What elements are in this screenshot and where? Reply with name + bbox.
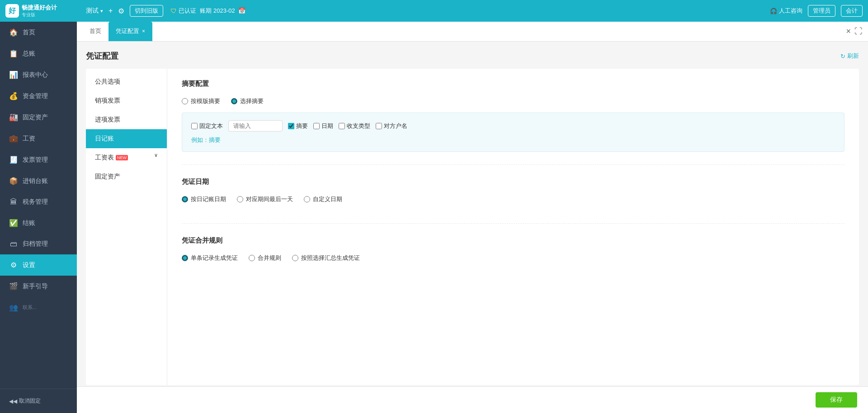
counterparty-checkbox[interactable] — [376, 123, 382, 129]
radio-single-record-input[interactable] — [182, 255, 188, 261]
voucher-merge-radio-group: 单条记录生成凭证 合并规则 按照选择汇总生成凭证 — [182, 254, 844, 262]
tab-close-icon[interactable]: × — [142, 28, 145, 34]
sidebar-item-tax[interactable]: 🏛 税务管理 — [0, 192, 77, 212]
radio-last-day-input[interactable] — [237, 196, 243, 202]
archive-icon: 🗃 — [9, 240, 18, 248]
fixed-text-checkbox-label[interactable]: 固定文本 — [191, 122, 223, 130]
radio-custom-date[interactable]: 自定义日期 — [304, 195, 342, 203]
radio-merge-rule-input[interactable] — [249, 255, 255, 261]
abstract-checkbox[interactable] — [288, 123, 294, 129]
pin-icon: ◀◀ — [9, 398, 17, 404]
salary-icon: 💼 — [9, 134, 18, 143]
contact-icon: 👥 — [9, 303, 18, 312]
radio-merge-rule[interactable]: 合并规则 — [249, 254, 281, 262]
radio-template-summary[interactable]: 按模版摘要 — [182, 97, 220, 105]
role-button[interactable]: 会计 — [841, 5, 863, 17]
add-icon[interactable]: + — [108, 7, 113, 15]
summary-sub-config: 固定文本 摘要 日期 — [182, 113, 844, 152]
date-checkbox[interactable] — [313, 123, 320, 129]
radio-template-input[interactable] — [182, 98, 188, 104]
sidebar-item-home[interactable]: 🏠 首页 — [0, 22, 77, 43]
radio-custom-date-input[interactable] — [304, 196, 310, 202]
refresh-button[interactable]: ↻ 刷新 — [840, 52, 859, 60]
radio-select-input[interactable] — [231, 98, 237, 104]
radio-by-journal-date[interactable]: 按日记账日期 — [182, 195, 226, 203]
section-voucher-merge-title: 凭证合并规则 — [182, 236, 844, 245]
radio-select-summary-voucher[interactable]: 按照选择汇总生成凭证 — [292, 254, 360, 262]
logo-text: 畅捷通好会计 专业版 — [22, 4, 57, 18]
expand-icon: ∨ — [154, 152, 158, 158]
fixed-text-input[interactable] — [228, 120, 283, 131]
sidebar-item-report[interactable]: 📊 报表中心 — [0, 64, 77, 85]
content-area: 首页 凭证配置 × × ⛶ 凭证配置 ↻ 刷新 — [77, 22, 868, 413]
sidebar-item-guide[interactable]: 🎬 新手引导 — [0, 276, 77, 297]
left-nav-item-salary-table[interactable]: 工资表NEW ∨ — [86, 148, 167, 167]
sidebar-item-purchase-sales[interactable]: 📦 进销台账 — [0, 170, 77, 192]
purchase-sales-icon: 📦 — [9, 177, 18, 185]
support-button[interactable]: 🎧 人工咨询 — [770, 7, 802, 15]
topbar: 好 畅捷通好会计 专业版 测试 ▾ + ⚙ 切到旧版 🛡 已认证 账期 2023… — [0, 0, 868, 22]
main-layout: 🏠 首页 📋 总账 📊 报表中心 💰 资金管理 🏭 固定资产 💼 工资 🧾 发票… — [0, 22, 868, 413]
admin-button[interactable]: 管理员 — [808, 5, 835, 17]
radio-single-record[interactable]: 单条记录生成凭证 — [182, 254, 238, 262]
date-checkbox-label[interactable]: 日期 — [313, 122, 333, 130]
sidebar-item-fixed-assets[interactable]: 🏭 固定资产 — [0, 107, 77, 128]
radio-last-day[interactable]: 对应期间最后一天 — [237, 195, 293, 203]
tabbar: 首页 凭证配置 × × ⛶ — [77, 22, 868, 42]
sidebar-item-ledger[interactable]: 📋 总账 — [0, 43, 77, 64]
topbar-actions: + ⚙ 切到旧版 — [108, 5, 163, 17]
project-selector[interactable]: 测试 ▾ — [86, 7, 103, 15]
summary-radio-group: 按模版摘要 选择摘要 — [182, 97, 844, 105]
shield-icon: 🛡 — [170, 7, 177, 14]
radio-select-summary[interactable]: 选择摘要 — [231, 97, 264, 105]
period-display: 账期 2023-02 📅 — [200, 7, 245, 15]
save-button[interactable]: 保存 — [816, 392, 857, 408]
window-expand-button[interactable]: ⛶ — [854, 27, 863, 36]
window-close-button[interactable]: × — [846, 27, 851, 36]
section-summary: 摘要配置 按模版摘要 选择摘要 — [182, 80, 844, 165]
sidebar-item-salary[interactable]: 💼 工资 — [0, 128, 77, 149]
sidebar-item-closing[interactable]: ✅ 结账 — [0, 212, 77, 234]
payment-type-checkbox[interactable] — [339, 123, 345, 129]
sidebar-item-archive[interactable]: 🗃 归档管理 — [0, 234, 77, 254]
counterparty-checkbox-label[interactable]: 对方户名 — [376, 122, 407, 130]
topbar-right: 🎧 人工咨询 管理员 会计 — [770, 5, 863, 17]
unpin-button[interactable]: ◀◀ 取消固定 — [0, 394, 77, 408]
radio-by-journal-date-input[interactable] — [182, 196, 188, 202]
ledger-icon: 📋 — [9, 49, 18, 58]
tabbar-right: × ⛶ — [846, 27, 863, 36]
sidebar-item-invoice-mgmt[interactable]: 🧾 发票管理 — [0, 149, 77, 170]
logo: 好 畅捷通好会计 专业版 — [5, 4, 82, 18]
tab-home[interactable]: 首页 — [82, 22, 108, 41]
certified-status: 🛡 已认证 — [170, 7, 196, 15]
abstract-checkbox-label[interactable]: 摘要 — [288, 122, 308, 130]
calendar-icon[interactable]: 📅 — [238, 7, 245, 14]
sidebar-item-fund[interactable]: 💰 资金管理 — [0, 85, 77, 107]
fund-icon: 💰 — [9, 92, 18, 100]
right-content: 摘要配置 按模版摘要 选择摘要 — [167, 69, 859, 385]
project-chevron-icon: ▾ — [100, 8, 103, 14]
tax-icon: 🏛 — [9, 198, 18, 206]
tab-voucher-config[interactable]: 凭证配置 × — [108, 22, 152, 41]
new-badge: NEW — [116, 155, 128, 160]
sidebar-bottom: ◀◀ 取消固定 — [0, 389, 77, 413]
sidebar-item-contact[interactable]: 👥 联系... — [0, 297, 77, 318]
save-bar: 保存 — [77, 386, 868, 413]
left-nav-item-journal[interactable]: 日记账 — [86, 129, 167, 148]
logo-icon: 好 — [5, 4, 19, 18]
sidebar-item-settings[interactable]: ⚙ 设置 — [0, 254, 77, 276]
section-voucher-merge: 凭证合并规则 单条记录生成凭证 合并规则 — [182, 236, 844, 282]
left-nav-item-purchase-invoice[interactable]: 进项发票 — [86, 110, 167, 129]
guide-icon: 🎬 — [9, 282, 18, 291]
settings-icon[interactable]: ⚙ — [118, 7, 124, 15]
fixed-text-checkbox[interactable] — [191, 123, 198, 129]
refresh-icon: ↻ — [840, 53, 845, 60]
radio-select-summary-input[interactable] — [292, 255, 298, 261]
example-text: 例如：摘要 — [191, 136, 835, 144]
switch-old-button[interactable]: 切到旧版 — [130, 5, 163, 17]
closing-icon: ✅ — [9, 219, 18, 227]
left-nav-item-sales-invoice[interactable]: 销项发票 — [86, 91, 167, 110]
payment-type-checkbox-label[interactable]: 收支类型 — [339, 122, 370, 130]
left-nav-item-fixed-assets[interactable]: 固定资产 — [86, 167, 167, 186]
left-nav-item-public[interactable]: 公共选项 — [86, 72, 167, 91]
